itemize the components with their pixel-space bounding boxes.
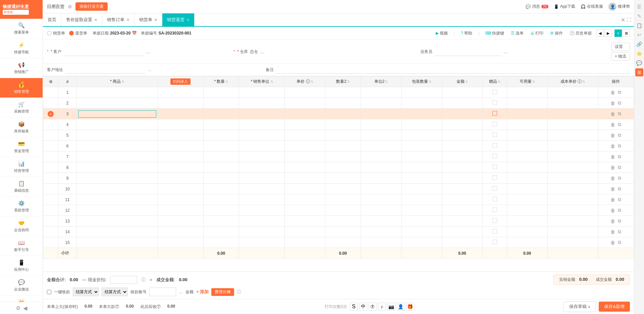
row-amount[interactable] <box>442 237 483 248</box>
row-unit[interactable] <box>239 227 284 237</box>
row-cost[interactable] <box>547 237 598 248</box>
row-delete-button[interactable]: 🗑 <box>610 228 616 235</box>
salesperson-input[interactable] <box>434 47 501 56</box>
row-product[interactable] <box>76 227 158 237</box>
row-amount[interactable] <box>442 216 483 227</box>
row-qty[interactable] <box>204 194 239 205</box>
row-cost[interactable] <box>547 119 598 130</box>
row-qty[interactable] <box>204 173 239 184</box>
quick-icon-7[interactable]: 🎁 <box>406 303 414 311</box>
row-avail[interactable] <box>507 130 547 141</box>
settlement-method-select[interactable]: 结算方式 <box>73 288 99 296</box>
row-copy-button[interactable]: ⧉ <box>617 121 622 128</box>
row-avail[interactable] <box>507 87 547 98</box>
settings-side-button[interactable]: 设置 <box>611 43 630 51</box>
row-unit2[interactable] <box>361 87 401 98</box>
row-copy-button[interactable]: ⧉ <box>617 175 622 182</box>
gift-checkbox[interactable] <box>492 207 497 212</box>
row-gift[interactable] <box>483 227 507 237</box>
row-price[interactable] <box>285 237 325 248</box>
th-price[interactable]: 单价 ⓘ ⇅ <box>285 76 325 87</box>
row-avail[interactable] <box>507 173 547 184</box>
gift-checkbox[interactable] <box>492 218 497 223</box>
row-product[interactable] <box>76 98 158 109</box>
row-price[interactable] <box>285 194 325 205</box>
row-qty[interactable] <box>204 162 239 173</box>
row-avail[interactable] <box>507 227 547 237</box>
rs-icon-3[interactable]: 📋 <box>635 21 643 29</box>
row-cost[interactable] <box>547 184 598 194</box>
add-button[interactable]: + 添加 <box>196 289 209 295</box>
row-price[interactable] <box>285 151 325 162</box>
row-price[interactable] <box>285 162 325 173</box>
row-unit[interactable] <box>239 216 284 227</box>
row-delete-button[interactable]: 🗑 <box>610 100 616 107</box>
row-unit[interactable] <box>239 184 284 194</box>
row-unit[interactable] <box>239 141 284 151</box>
row-gift[interactable] <box>483 109 507 119</box>
row-cost[interactable] <box>547 87 598 98</box>
row-price[interactable] <box>285 119 325 130</box>
tab-sales-order[interactable]: 销售订单 ✕ <box>102 13 135 26</box>
row-pkg[interactable] <box>401 216 442 227</box>
row-amount[interactable] <box>442 194 483 205</box>
row-copy-button[interactable]: ⧉ <box>617 142 622 149</box>
row-cost[interactable] <box>547 227 598 237</box>
row-unit2[interactable] <box>361 98 401 109</box>
tab-price-setting[interactable]: 售价提取设置 ✕ <box>61 13 102 26</box>
row-unit2[interactable] <box>361 184 401 194</box>
row-pkg[interactable] <box>401 205 442 216</box>
rs-icon-1[interactable]: ☰ <box>635 3 643 11</box>
row-price[interactable] <box>285 216 325 227</box>
row-qty2[interactable] <box>325 194 361 205</box>
row-unit[interactable] <box>239 173 284 184</box>
gift-checkbox[interactable] <box>492 186 497 191</box>
row-unit2[interactable] <box>361 216 401 227</box>
row-qty2[interactable] <box>325 184 361 194</box>
row-price[interactable] <box>285 184 325 194</box>
row-gift[interactable] <box>483 130 507 141</box>
th-unit2[interactable]: 单位2 ⇅ <box>361 76 401 87</box>
row-pkg[interactable] <box>401 119 442 130</box>
sidebar-item-guide[interactable]: 📖 新手引导 <box>0 236 43 256</box>
address-input[interactable] <box>65 66 146 74</box>
row-product[interactable] <box>76 141 158 151</box>
sidebar-item-purchase[interactable]: 🛒 采购管理 <box>0 98 43 118</box>
row-unit[interactable] <box>239 194 284 205</box>
message-button[interactable]: 💬 消息 70 <box>526 4 548 9</box>
row-copy-button[interactable]: ⧉ <box>617 185 622 192</box>
th-barcode[interactable]: 扫码录入 <box>158 76 203 87</box>
billing-method-select[interactable]: 结算方式 <box>102 288 128 296</box>
row-price[interactable] <box>285 173 325 184</box>
save-new-button[interactable]: 保存&新增 <box>599 302 630 312</box>
row-pkg[interactable] <box>401 227 442 237</box>
row-copy-button[interactable]: ⧉ <box>617 207 622 214</box>
maximize-icon[interactable]: ⛶ <box>627 17 631 22</box>
th-gear[interactable]: ⚙ <box>43 76 58 87</box>
th-pkg[interactable]: 包装数量 ⇅ <box>401 76 442 87</box>
quick-icon-6[interactable]: 👤 <box>397 303 405 311</box>
gift-checkbox[interactable] <box>492 100 497 105</box>
gift-checkbox[interactable] <box>492 143 497 148</box>
row-unit2[interactable] <box>361 237 401 248</box>
row-avail[interactable] <box>507 216 547 227</box>
row-unit[interactable] <box>239 130 284 141</box>
row-unit[interactable] <box>239 119 284 130</box>
row-qty2[interactable] <box>325 162 361 173</box>
row-product[interactable] <box>76 216 158 227</box>
row-amount[interactable] <box>442 119 483 130</box>
sidebar-item-sales[interactable]: 💰 销售管理 <box>0 78 43 98</box>
row-qty2[interactable] <box>325 141 361 151</box>
row-amount[interactable] <box>442 87 483 98</box>
gift-checkbox[interactable] <box>492 154 497 159</box>
row-copy-button[interactable]: ⧉ <box>617 153 622 160</box>
row-price[interactable] <box>285 141 325 151</box>
th-cost[interactable]: 成本单价 ⓘ ⇅ <box>547 76 598 87</box>
row-gift[interactable] <box>483 237 507 248</box>
row-pkg[interactable] <box>401 109 442 119</box>
row-delete-button[interactable]: 🗑 <box>610 239 616 246</box>
one-key-collect-checkbox[interactable] <box>47 290 51 294</box>
row-product[interactable] <box>76 130 158 141</box>
row-unit2[interactable] <box>361 162 401 173</box>
gift-checkbox[interactable] <box>492 240 497 244</box>
